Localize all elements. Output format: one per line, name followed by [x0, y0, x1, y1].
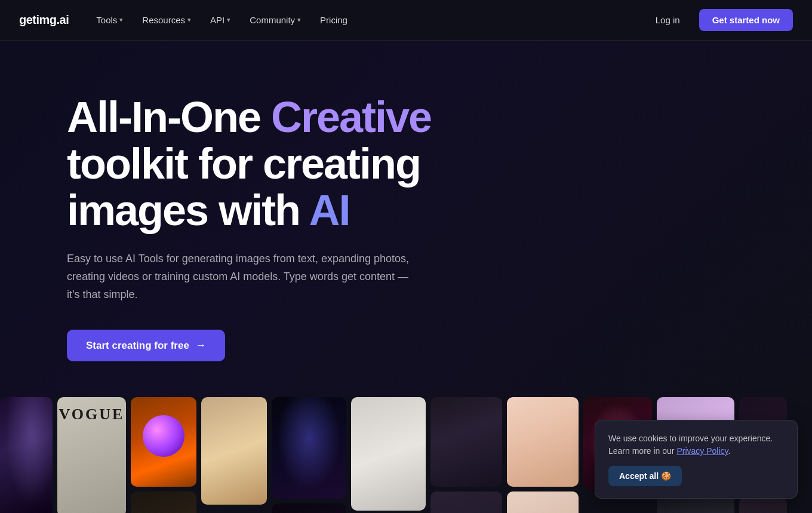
hero-title: All-In-One Creative toolkit for creating… — [67, 94, 454, 234]
gallery-img-pink-room — [507, 397, 579, 487]
nav-tools-label: Tools — [96, 15, 117, 25]
gallery-col-8 — [507, 397, 579, 513]
nav-community-label: Community — [250, 15, 295, 25]
hero-content: All-In-One Creative toolkit for creating… — [0, 41, 454, 397]
nav-resources-chevron: ▾ — [187, 16, 191, 24]
gallery-col-3 — [131, 397, 196, 513]
nav-right: Log in Get started now — [646, 9, 793, 31]
nav-tools[interactable]: Tools ▾ — [88, 10, 131, 30]
gallery-img-woman-stars — [0, 397, 53, 513]
gallery-col-2: VOGUE — [57, 397, 126, 513]
hero-title-creative: Creative — [271, 93, 431, 141]
nav-pricing[interactable]: Pricing — [312, 10, 356, 30]
nav-resources-label: Resources — [142, 15, 185, 25]
gallery-col-1 — [0, 397, 53, 513]
nav-pricing-label: Pricing — [320, 15, 347, 25]
logo[interactable]: getimg.ai — [19, 13, 69, 27]
gallery-img-partial-2 — [739, 497, 787, 513]
gallery-col-7 — [430, 397, 502, 513]
cookie-text: We use cookies to improve your experienc… — [608, 432, 784, 457]
nav-left: getimg.ai Tools ▾ Resources ▾ API ▾ Comm… — [19, 10, 356, 30]
hero-cta-label: Start creating for free — [86, 340, 189, 352]
gallery-img-sketch — [351, 397, 426, 511]
hero-cta-arrow: → — [195, 339, 206, 352]
gallery-img-sphere — [131, 397, 196, 487]
gallery-col-5 — [272, 397, 346, 513]
gallery-col-6 — [351, 397, 426, 513]
hero-title-part1: All-In-One — [67, 93, 271, 141]
nav-community[interactable]: Community ▾ — [241, 10, 309, 30]
cookie-banner: We use cookies to improve your experienc… — [595, 420, 798, 499]
nav-community-chevron: ▾ — [297, 16, 301, 24]
vogue-text: VOGUE — [59, 406, 125, 423]
hero-title-part2: toolkit for creating images with — [67, 140, 420, 234]
gallery-img-alien-bust — [430, 397, 502, 487]
hero-title-ai: AI — [309, 186, 349, 234]
nav-api-chevron: ▾ — [227, 16, 230, 24]
navbar: getimg.ai Tools ▾ Resources ▾ API ▾ Comm… — [0, 0, 812, 41]
cookie-accept-button[interactable]: Accept all 🍪 — [608, 466, 682, 486]
login-button[interactable]: Log in — [646, 10, 690, 30]
gallery-img-cyborg — [131, 492, 196, 513]
get-started-button[interactable]: Get started now — [699, 9, 793, 31]
gallery-img-sci-fi-bottom — [272, 503, 346, 513]
gallery-col-4 — [201, 397, 267, 513]
nav-api[interactable]: API ▾ — [202, 10, 239, 30]
gallery-img-alien-bottom — [430, 492, 502, 513]
gallery-img-sci-fi-human — [272, 397, 346, 499]
hero-subtitle: Easy to use AI Tools for generating imag… — [67, 250, 413, 303]
gallery-img-room — [201, 397, 267, 505]
nav-tools-chevron: ▾ — [119, 16, 123, 24]
gallery-img-vogue: VOGUE — [57, 397, 126, 513]
nav-api-label: API — [210, 15, 224, 25]
gallery-img-pink-bottom — [507, 492, 579, 513]
hero-cta-button[interactable]: Start creating for free → — [67, 330, 225, 361]
hero-section: All-In-One Creative toolkit for creating… — [0, 41, 812, 397]
cookie-privacy-link[interactable]: Privacy Policy — [676, 446, 728, 456]
nav-resources[interactable]: Resources ▾ — [134, 10, 199, 30]
nav-links: Tools ▾ Resources ▾ API ▾ Community ▾ Pr… — [88, 10, 356, 30]
